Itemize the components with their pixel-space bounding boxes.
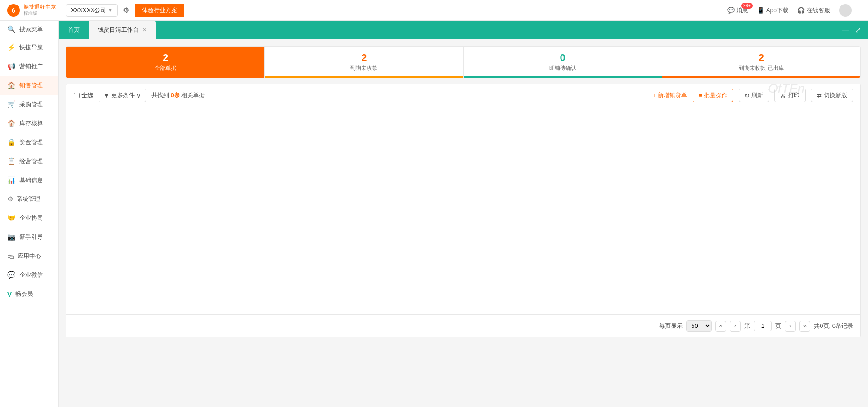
online-support-action[interactable]: 🎧 在线客服 (797, 6, 830, 14)
company-name: XXXXXX公司 (71, 6, 106, 14)
tab-bar-actions: — ⤢ (842, 26, 868, 34)
select-all-checkbox[interactable] (74, 93, 80, 98)
sidebar-item-system[interactable]: ⚙ 系统管理 (0, 190, 58, 209)
batch-icon: ≡ (698, 92, 702, 99)
sidebar-item-enterprise[interactable]: 🤝 企业协同 (0, 209, 58, 228)
app-download-action[interactable]: 📱 App下载 (757, 6, 788, 14)
message-icon: 💬 (727, 7, 735, 14)
sidebar-item-label: 资金管理 (19, 138, 43, 146)
sidebar-item-basic-info[interactable]: 📊 基础信息 (0, 171, 58, 190)
stat-indicator-wangpu (464, 76, 662, 78)
stat-card-wangpu[interactable]: 0 旺铺待确认 (464, 47, 662, 78)
app-download-icon: 📱 (757, 7, 764, 14)
tab-home-label: 首页 (68, 26, 80, 34)
sidebar-item-capital[interactable]: 🔒 资金管理 (0, 133, 58, 152)
system-icon: ⚙ (7, 195, 13, 203)
found-text: 共找到 0条 相关单据 (151, 91, 205, 99)
last-page-button[interactable]: » (799, 321, 810, 332)
stat-num-overdue: 2 (274, 52, 454, 64)
filter-button[interactable]: ▼ 更多条件 ∨ (99, 89, 146, 102)
sidebar-item-sales[interactable]: 🏠 销售管理 (0, 76, 58, 95)
switch-version-button[interactable]: ⇄ 切换新版 (811, 89, 853, 102)
online-support-label: 在线客服 (807, 6, 830, 14)
print-label: 打印 (788, 91, 800, 99)
sidebar: 🔍 搜索菜单 ⚡ 快捷导航 📢 营销推广 🏠 销售管理 🛒 采购管理 🏠 库存核… (0, 21, 59, 407)
print-button[interactable]: 🖨 打印 (774, 89, 806, 102)
message-action[interactable]: 💬 消息 99+ (727, 6, 748, 14)
found-count: 0条 (171, 92, 180, 98)
sidebar-item-label: 基础信息 (19, 176, 43, 184)
next-page-button[interactable]: › (785, 321, 796, 332)
tab-maximize-icon[interactable]: ⤢ (855, 26, 861, 34)
add-sales-order-button[interactable]: + 新增销货单 (653, 91, 687, 99)
tab-home[interactable]: 首页 (59, 21, 89, 39)
toolbar-right: + 新增销货单 ≡ 批量操作 ↻ 刷新 🖨 打印 ⇄ (653, 89, 853, 102)
stat-card-unship[interactable]: 2 到期未收款 已出库 (662, 47, 860, 78)
stat-num-all: 2 (75, 52, 255, 64)
table-area: 全选 ▼ 更多条件 ∨ 共找到 0条 相关单据 + 新增销货单 (66, 84, 861, 337)
select-all-label: 全选 (81, 91, 93, 99)
sidebar-item-app-center[interactable]: 🛍 应用中心 (0, 247, 58, 266)
pagination: 每页显示 50 10 20 100 « ‹ 第 页 › » 共0页, 0条记录 (66, 314, 860, 337)
refresh-button[interactable]: ↻ 刷新 (739, 89, 769, 102)
sidebar-item-label: 经营管理 (19, 157, 43, 165)
stat-card-overdue[interactable]: 2 到期未收款 (265, 47, 463, 78)
found-text-label: 共找到 (151, 92, 169, 98)
member-icon: V (7, 290, 12, 298)
tab-close-icon[interactable]: ✕ (142, 27, 146, 33)
current-page-input[interactable] (754, 321, 772, 331)
sidebar-item-label: 库存核算 (19, 119, 43, 127)
sales-icon: 🏠 (7, 81, 16, 89)
logo-icon: 6 (7, 4, 20, 17)
stat-num-unship: 2 (671, 52, 851, 64)
switch-icon: ⇄ (817, 92, 822, 99)
search-icon: 🔍 (7, 25, 16, 33)
sidebar-item-quick-nav[interactable]: ⚡ 快捷导航 (0, 38, 58, 57)
capital-icon: 🔒 (7, 138, 16, 146)
sidebar-item-marketing[interactable]: 📢 营销推广 (0, 57, 58, 76)
tab-bar: 首页 钱货日清工作台 ✕ — ⤢ (59, 21, 868, 39)
stat-card-all[interactable]: 2 全部单据 (66, 47, 265, 78)
sidebar-item-purchase[interactable]: 🛒 采购管理 (0, 95, 58, 114)
stat-indicator-all (66, 76, 264, 78)
sidebar-item-member[interactable]: V 畅会员 (0, 285, 58, 304)
refresh-label: 刷新 (751, 91, 763, 99)
purchase-icon: 🛒 (7, 100, 16, 108)
logo-badge: 标准版 (24, 10, 56, 17)
tab-cash-goods[interactable]: 钱货日清工作台 ✕ (89, 21, 156, 39)
logo-text-area: 畅捷通好生意 标准版 (24, 4, 56, 17)
batch-operation-button[interactable]: ≡ 批量操作 (693, 89, 733, 102)
stat-indicator-overdue (265, 76, 463, 78)
select-all-checkbox-label[interactable]: 全选 (74, 91, 93, 99)
toolbar: 全选 ▼ 更多条件 ∨ 共找到 0条 相关单据 + 新增销货单 (66, 84, 860, 107)
page-label: 页 (775, 322, 781, 330)
marketing-icon: 📢 (7, 62, 16, 70)
sidebar-item-label: 新手引导 (19, 233, 43, 241)
stat-label-unship: 到期未收款 已出库 (671, 65, 851, 72)
sidebar-item-operations[interactable]: 📋 经营管理 (0, 152, 58, 171)
prev-page-button[interactable]: ‹ (730, 321, 741, 332)
guide-icon: 📷 (7, 233, 16, 241)
tab-minimize-icon[interactable]: — (842, 26, 849, 34)
toolbar-left: 全选 ▼ 更多条件 ∨ 共找到 0条 相关单据 (74, 89, 205, 102)
total-info: 共0页, 0条记录 (814, 322, 853, 330)
first-page-button[interactable]: « (715, 321, 726, 332)
page-size-select[interactable]: 50 10 20 100 (686, 320, 712, 332)
refresh-icon: ↻ (745, 92, 750, 99)
inventory-icon: 🏠 (7, 119, 16, 127)
user-avatar[interactable] (839, 4, 852, 17)
sidebar-item-inventory[interactable]: 🏠 库存核算 (0, 114, 58, 133)
trial-button[interactable]: 体验行业方案 (135, 4, 184, 17)
header-right: 💬 消息 99+ 📱 App下载 🎧 在线客服 (727, 4, 861, 17)
sidebar-item-label: 营销推广 (19, 62, 43, 70)
sidebar-item-label: 快捷导航 (19, 43, 43, 51)
company-selector[interactable]: XXXXXX公司 ▼ (66, 4, 118, 17)
stat-label-overdue: 到期未收款 (274, 65, 454, 72)
sidebar-item-wechat[interactable]: 💬 企业微信 (0, 266, 58, 285)
sidebar-item-guide[interactable]: 📷 新手引导 (0, 228, 58, 247)
settings-icon[interactable]: ⚙ (123, 6, 129, 14)
sidebar-search[interactable]: 🔍 搜索菜单 (0, 21, 58, 38)
filter-down-icon: ∨ (137, 92, 141, 99)
stats-bar: 2 全部单据 2 到期未收款 0 旺铺待确认 2 到期未收款 已出库 (66, 46, 861, 78)
table-body (66, 107, 860, 314)
